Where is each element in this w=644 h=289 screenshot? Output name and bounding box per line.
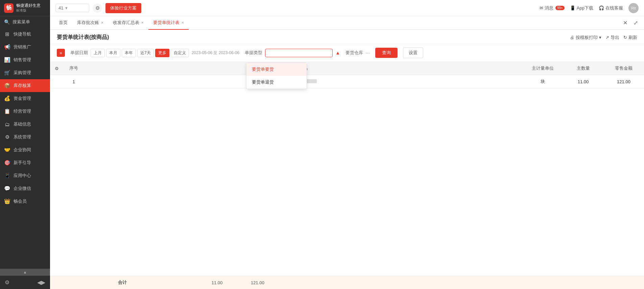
sidebar-item-purchase[interactable]: 🛒采购管理 bbox=[0, 66, 50, 79]
page-content: 要货单统计表(按商品) 🖨 按模板打印 ▾ ↗ 导出 ↻ 刷新 » bbox=[50, 30, 644, 289]
user-avatar[interactable]: Rit bbox=[628, 3, 639, 13]
sidebar-item-cooperation[interactable]: 🤝企业协同 bbox=[0, 143, 50, 156]
app-download-button[interactable]: 📱 App下载 bbox=[570, 5, 593, 11]
sidebar-label-cooperation: 企业协同 bbox=[14, 147, 31, 153]
company-selector[interactable]: 41 ▾ bbox=[55, 4, 89, 12]
collapse-icon[interactable]: ◀▶ bbox=[37, 279, 45, 286]
query-button[interactable]: 查询 bbox=[375, 48, 398, 58]
cell-no-0: 1 bbox=[64, 75, 84, 88]
export-label: 导出 bbox=[611, 35, 619, 41]
sidebar-icon-guide: 🎯 bbox=[4, 160, 10, 166]
sidebar-scroll-down[interactable]: ▲ bbox=[0, 269, 50, 275]
sidebar-item-finance[interactable]: 💰资金管理 bbox=[0, 92, 50, 105]
close-tab-button[interactable]: ✕ bbox=[621, 19, 629, 27]
tab-receipt-summary[interactable]: 收发存汇总表× bbox=[108, 16, 148, 30]
sidebar-icon-system: ⚙ bbox=[4, 134, 10, 140]
sidebar-label-member: 畅会员 bbox=[14, 198, 27, 204]
more-dates-btn[interactable]: 更多 bbox=[155, 49, 169, 57]
sidebar-item-operations[interactable]: 📋经营管理 bbox=[0, 105, 50, 118]
sidebar-search-label: 搜索菜单 bbox=[13, 19, 30, 25]
refresh-button[interactable]: ↻ 刷新 bbox=[623, 35, 637, 41]
page-header-actions: 🖨 按模板打印 ▾ ↗ 导出 ↻ 刷新 bbox=[570, 35, 637, 41]
sidebar-icon-finance: 💰 bbox=[4, 95, 10, 102]
col-unit-header: 主计量单位 bbox=[522, 62, 563, 75]
sidebar-icon-inventory: 📦 bbox=[4, 83, 10, 89]
tab-close-batch-account[interactable]: × bbox=[101, 20, 103, 25]
sidebar-item-sales[interactable]: 📊销售管理 bbox=[0, 53, 50, 66]
app-name: 畅捷通好生意 bbox=[16, 3, 41, 8]
sidebar-item-wechat[interactable]: 💬企业微信 bbox=[0, 182, 50, 195]
type-filter-group: 单据类型 ▲ bbox=[245, 49, 340, 57]
sidebar-icon-base-info: 🗂 bbox=[4, 121, 10, 127]
expand-tabs-button[interactable]: ⤢ bbox=[631, 19, 640, 27]
this-year-btn[interactable]: 本年 bbox=[122, 49, 136, 57]
type-dropdown: 要货单要货 要货单退货 bbox=[246, 63, 307, 89]
page-title: 要货单统计表(按商品) bbox=[57, 34, 109, 41]
last-month-btn[interactable]: 上月 bbox=[91, 49, 105, 57]
tab-order-stats[interactable]: 要货单统计表× bbox=[148, 16, 189, 30]
app-version: 标准版 bbox=[16, 8, 41, 13]
print-button[interactable]: 🖨 按模板打印 ▾ bbox=[570, 35, 601, 41]
type-filter-input[interactable] bbox=[265, 49, 333, 57]
sidebar-icon-quick-nav: ⊞ bbox=[4, 31, 10, 37]
sidebar-item-app-center[interactable]: 📱应用中心 bbox=[0, 169, 50, 182]
warehouse-more-icon[interactable]: ··· bbox=[366, 50, 370, 55]
footer-amount-value: 121.00 bbox=[237, 280, 278, 285]
sidebar-icon-operations: 📋 bbox=[4, 108, 10, 114]
sidebar-item-system[interactable]: ⚙系统管理 bbox=[0, 131, 50, 143]
sidebar-icon-member: 👑 bbox=[4, 198, 10, 204]
sidebar-item-quick-nav[interactable]: ⊞快捷导航 bbox=[0, 28, 50, 41]
dropdown-item-order-return[interactable]: 要货单退货 bbox=[246, 76, 307, 89]
type-filter-label: 单据类型 bbox=[245, 50, 262, 56]
tab-label-home: 首页 bbox=[59, 20, 68, 26]
last-7days-btn[interactable]: 近7天 bbox=[137, 49, 154, 57]
tab-close-order-stats[interactable]: × bbox=[182, 20, 184, 25]
tab-batch-account[interactable]: 库存批次账× bbox=[72, 16, 108, 30]
tab-label-order-stats: 要货单统计表 bbox=[153, 20, 180, 26]
tab-close-receipt-summary[interactable]: × bbox=[141, 20, 144, 25]
sidebar-label-sales: 销售管理 bbox=[14, 57, 31, 63]
table-footer: 合计 11.00 121.00 bbox=[50, 276, 644, 289]
this-month-btn[interactable]: 本月 bbox=[106, 49, 120, 57]
app-logo-icon: 畅 bbox=[4, 3, 14, 13]
col-settings-header: ⚙ bbox=[50, 62, 64, 75]
sidebar: 畅 畅捷通好生意 标准版 🔍 搜索菜单 ⊞快捷导航📢营销推广📊销售管理🛒采购管理… bbox=[0, 0, 50, 289]
table-header-row: ⚙ 序号 商品 主计量单位 主数量 零售金额 bbox=[50, 62, 644, 75]
sidebar-item-guide[interactable]: 🎯新手引导 bbox=[0, 156, 50, 169]
sidebar-item-member[interactable]: 👑畅会员 bbox=[0, 195, 50, 208]
cell-settings-0 bbox=[50, 75, 64, 88]
avatar-text: Rit bbox=[628, 3, 639, 13]
dropdown-item-order-goods[interactable]: 要货单要货 bbox=[246, 63, 307, 76]
online-service-button[interactable]: 🎧 在线客服 bbox=[599, 5, 623, 11]
print-icon: 🖨 bbox=[570, 35, 574, 40]
sidebar-nav: ⊞快捷导航📢营销推广📊销售管理🛒采购管理📦库存核算💰资金管理📋经营管理🗂基础信息… bbox=[0, 28, 50, 269]
message-label: 消息 bbox=[545, 5, 553, 11]
tabs-actions: ✕ ⤢ bbox=[621, 19, 640, 27]
sidebar-item-base-info[interactable]: 🗂基础信息 bbox=[0, 118, 50, 131]
settings-button[interactable]: 设置 bbox=[403, 47, 423, 58]
sidebar-item-inventory[interactable]: 📦库存核算 bbox=[0, 79, 50, 92]
plan-button[interactable]: 体验行业方案 bbox=[105, 3, 141, 13]
col-amount-header: 零售金额 bbox=[603, 62, 644, 75]
sidebar-label-quick-nav: 快捷导航 bbox=[14, 31, 31, 37]
topbar-settings-button[interactable]: ⚙ bbox=[93, 3, 102, 13]
data-table: ⚙ 序号 商品 主计量单位 主数量 零售金额 1 块 11.00 121.00 bbox=[50, 62, 644, 88]
filter-expand-button[interactable]: » bbox=[57, 49, 65, 57]
custom-date-btn[interactable]: 自定义 bbox=[171, 49, 189, 57]
message-button[interactable]: ✉ 消息 99+ bbox=[540, 5, 565, 11]
sidebar-label-finance: 资金管理 bbox=[14, 95, 31, 102]
refresh-label: 刷新 bbox=[628, 35, 637, 41]
settings-icon[interactable]: ⚙ bbox=[5, 279, 9, 286]
sidebar-icon-sales: 📊 bbox=[4, 57, 10, 63]
data-table-container: ⚙ 序号 商品 主计量单位 主数量 零售金额 1 块 11.00 121.00 bbox=[50, 62, 644, 276]
tabs-bar: 首页库存批次账×收发存汇总表×要货单统计表× ✕ ⤢ bbox=[50, 16, 644, 30]
tab-home[interactable]: 首页 bbox=[54, 16, 72, 30]
type-filter-chevron-up-icon[interactable]: ▲ bbox=[335, 50, 340, 55]
app-download-label: App下载 bbox=[577, 5, 593, 11]
export-button[interactable]: ↗ 导出 bbox=[605, 35, 619, 41]
sidebar-label-inventory: 库存核算 bbox=[14, 83, 31, 89]
sidebar-search[interactable]: 🔍 搜索菜单 bbox=[0, 16, 50, 28]
message-icon: ✉ bbox=[540, 5, 543, 10]
sidebar-label-purchase: 采购管理 bbox=[14, 70, 31, 76]
sidebar-item-marketing[interactable]: 📢营销推广 bbox=[0, 41, 50, 53]
